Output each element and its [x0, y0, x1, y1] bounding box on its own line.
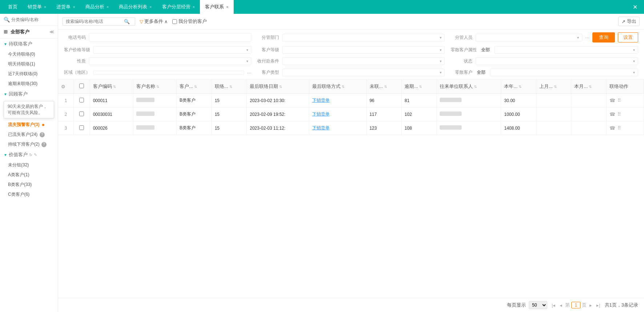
action-phone-icon-0[interactable]: ☎ [609, 98, 615, 103]
cell-check-1[interactable] [73, 108, 90, 121]
next-page-button[interactable]: ▸ [588, 302, 593, 309]
filter-dept-select[interactable]: ▾ [282, 34, 445, 41]
action-more-icon-0[interactable]: ⠿ [617, 98, 621, 103]
filter-status-select[interactable]: ▾ [475, 57, 638, 65]
nav-product-analysis-list[interactable]: 商品分析列表 × [114, 0, 157, 14]
action-more-icon-1[interactable]: ⠿ [617, 112, 621, 117]
nav-home[interactable]: 首页 [3, 0, 23, 14]
cell-last-way-2[interactable]: 下销货单 [309, 121, 366, 135]
sidebar-item-tomorrow[interactable]: 明天待联络(1) [0, 59, 58, 69]
filter-price-grade-select[interactable]: ▾ [93, 46, 251, 54]
sidebar-item-c-class[interactable]: C类客户(6) [0, 190, 58, 199]
nav-customer-contact[interactable]: 客户联系 × [200, 0, 233, 14]
th-checkbox[interactable] [73, 80, 90, 94]
th-settings[interactable]: ⚙ [58, 80, 73, 94]
cell-last-way-0[interactable]: 下销货单 [309, 94, 366, 108]
prev-page-button[interactable]: ◂ [558, 302, 564, 309]
settings-button[interactable]: 设置 [618, 32, 638, 42]
my-customers-check[interactable] [172, 19, 177, 24]
th-this-year[interactable]: 本年... ⇅ [501, 80, 536, 94]
th-this-month[interactable]: 本月... ⇅ [571, 80, 607, 94]
filter-payment-select[interactable]: ▾ [282, 57, 445, 65]
first-page-button[interactable]: |◂ [550, 302, 557, 309]
cell-action-2[interactable]: ☎ ⠿ [607, 121, 644, 135]
th-contacts[interactable]: 往来单位联系人 ⇅ [436, 80, 501, 94]
th-code[interactable]: 客户编码 ⇅ [90, 80, 133, 94]
sidebar-item-b-class[interactable]: B类客户(33) [0, 180, 58, 190]
query-button[interactable]: 查询 [592, 32, 615, 42]
row-checkbox-0[interactable] [79, 98, 84, 102]
sidebar-all-customers[interactable]: ⊞ 全部客户 ≪ [0, 26, 58, 39]
sidebar-item-overdue[interactable]: 逾期未联络(30) [0, 79, 58, 89]
th-last-date[interactable]: 最后联络日期 ⇅ [247, 80, 309, 94]
nav-customer-segment-close[interactable]: × [193, 5, 195, 9]
filter-retail-attr-select[interactable]: ▾ [494, 46, 638, 54]
th-last-month[interactable]: 上月... ⇅ [536, 80, 571, 94]
filter-customer-type-select[interactable]: ▾ [282, 69, 445, 76]
edit-icon[interactable]: ✎ [34, 153, 37, 157]
cell-check-2[interactable] [73, 121, 90, 135]
filter-phone-input[interactable] [89, 33, 251, 42]
th-last-way[interactable]: 最后联络方式 ⇅ [309, 80, 366, 94]
sidebar-item-a-class[interactable]: A类客户(1) [0, 170, 58, 180]
nav-purchase-close[interactable]: × [73, 5, 75, 9]
nav-purchase[interactable]: 进货单 × [51, 0, 80, 14]
dots-more-manager[interactable]: ··· [585, 35, 589, 40]
nav-sales-close[interactable]: × [44, 5, 46, 9]
cell-contact-0: 15 [212, 94, 247, 108]
nav-customer-contact-close[interactable]: × [226, 5, 228, 9]
sidebar-search-box[interactable]: 🔍 [0, 14, 58, 26]
chevron-down-icon-cg: ▾ [440, 48, 442, 52]
last-page-button[interactable]: ▸| [595, 302, 601, 309]
action-phone-icon-1[interactable]: ☎ [609, 112, 615, 117]
sidebar-group-value[interactable]: ▼ 价值客户 ↻ ✎ [0, 149, 58, 160]
filter-retail-customer-select[interactable]: ▾ [490, 69, 638, 76]
more-conditions-button[interactable]: ▽ 更多条件 ∧ [140, 18, 168, 25]
filter-customer-grade: 客户等级 ▾ [257, 46, 445, 54]
filter-manager-select[interactable]: ▾ [475, 34, 582, 41]
filter-customer-grade-select[interactable]: ▾ [282, 46, 445, 54]
filter-region-select[interactable] [93, 71, 244, 74]
cell-check-0[interactable] [73, 94, 90, 108]
th-type[interactable]: 客户... ⇅ [177, 80, 212, 94]
filter-search-input[interactable] [66, 19, 124, 24]
cell-action-1[interactable]: ☎ ⠿ [607, 108, 644, 121]
filter-search-button[interactable]: 🔍 [124, 19, 130, 24]
nav-product-analysis-close[interactable]: × [106, 5, 109, 9]
action-phone-icon-2[interactable]: ☎ [609, 125, 615, 131]
th-name[interactable]: 客户名称 ⇅ [133, 80, 176, 94]
filter-nature-select[interactable]: ▾ [89, 57, 251, 65]
dots-more-region[interactable]: ··· [247, 70, 251, 76]
action-more-icon-2[interactable]: ⠿ [617, 125, 621, 131]
refresh-icon[interactable]: ↻ [29, 153, 32, 157]
sidebar-item-churn-warning[interactable]: 流失预警客户(3) [0, 120, 58, 130]
cell-last-way-1[interactable]: 下销货单 [309, 108, 366, 121]
sidebar-group-review[interactable]: ▼ 回顾客户 [0, 89, 58, 100]
sidebar-item-churned[interactable]: 已流失客户(24) ? [0, 130, 58, 139]
sidebar-item-7days[interactable]: 近7天待联络(0) [0, 69, 58, 79]
row-checkbox-1[interactable] [79, 112, 84, 116]
sidebar-item-declining[interactable]: 持续下滑客户(2) ? [0, 139, 58, 149]
top-nav: 首页 销货单 × 进货单 × 商品分析 × 商品分析列表 × 客户分层经营 × … [0, 0, 644, 14]
cell-action-0[interactable]: ☎ ⠿ [607, 94, 644, 108]
nav-product-analysis-list-close[interactable]: × [149, 5, 152, 9]
filter-search-box[interactable]: 🔍 [63, 17, 135, 26]
cell-last-month-2 [536, 121, 571, 135]
row-checkbox-2[interactable] [79, 125, 84, 130]
th-un-contact[interactable]: 未联... ⇅ [366, 80, 402, 94]
my-customers-checkbox[interactable]: 我分管的客户 [172, 18, 207, 25]
th-overdue[interactable]: 逾期... ⇅ [402, 80, 437, 94]
nav-sales[interactable]: 销货单 × [23, 0, 51, 14]
per-page-select[interactable]: 50 100 200 [529, 301, 547, 309]
sidebar-item-today[interactable]: 今天待联络(0) [0, 49, 58, 59]
select-all-checkbox[interactable] [79, 84, 84, 88]
sidebar-group-pending[interactable]: ▼ 待联络客户 [0, 39, 58, 49]
nav-customer-segment[interactable]: 客户分层经营 × [157, 0, 200, 14]
sidebar-item-ungroup[interactable]: 未分组(32) [0, 160, 58, 170]
gear-icon[interactable]: ⚙ [61, 84, 65, 89]
window-close-button[interactable]: ✕ [629, 4, 641, 11]
export-button[interactable]: ↗ 导出 [618, 17, 640, 26]
sidebar-search-input[interactable] [11, 17, 54, 22]
nav-product-analysis[interactable]: 商品分析 × [80, 0, 114, 14]
th-contact[interactable]: 联络... ⇅ [212, 80, 247, 94]
